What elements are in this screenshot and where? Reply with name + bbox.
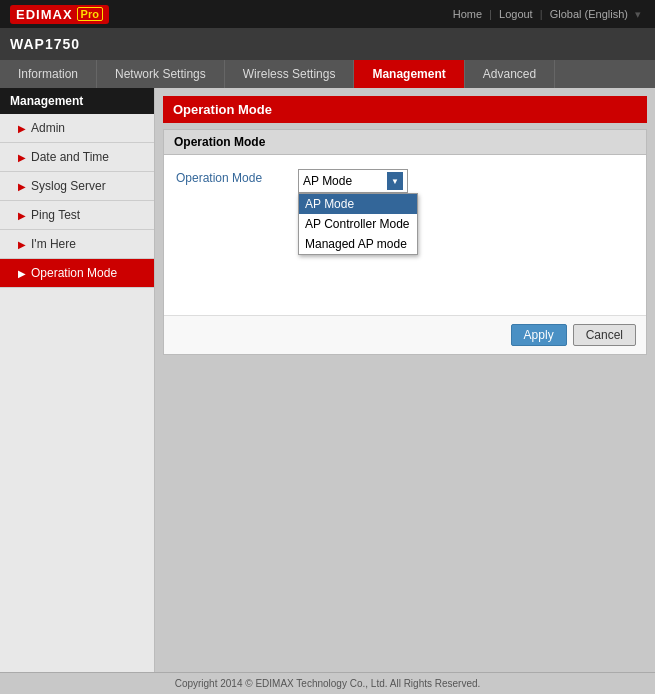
dropdown-option-controller[interactable]: AP Controller Mode [299, 214, 417, 234]
arrow-icon: ▶ [18, 181, 26, 192]
sep2: | [540, 8, 543, 20]
arrow-icon: ▶ [18, 210, 26, 221]
sidebar-item-ping[interactable]: ▶ Ping Test [0, 201, 154, 230]
sep1: | [489, 8, 492, 20]
sidebar-item-imhere[interactable]: ▶ I'm Here [0, 230, 154, 259]
footer-text: Copyright 2014 © EDIMAX Technology Co., … [175, 678, 481, 689]
device-name: WAP1750 [10, 36, 80, 52]
chevron-down-icon: ▾ [635, 8, 641, 20]
sidebar-label-imhere: I'm Here [31, 237, 76, 251]
language-link[interactable]: Global (English) [550, 8, 628, 20]
home-link[interactable]: Home [453, 8, 482, 20]
dropdown-option-ap[interactable]: AP Mode [299, 194, 417, 214]
device-bar: WAP1750 [0, 28, 655, 60]
main-layout: Management ▶ Admin ▶ Date and Time ▶ Sys… [0, 88, 655, 672]
dropdown-option-managed[interactable]: Managed AP mode [299, 234, 417, 254]
arrow-icon: ▶ [18, 239, 26, 250]
logo-box: EDIMAX Pro [10, 5, 109, 24]
dropdown-arrow-icon[interactable]: ▼ [387, 172, 403, 190]
dropdown-value: AP Mode [303, 174, 387, 188]
logo-pro: Pro [77, 7, 103, 21]
dropdown-display[interactable]: AP Mode ▼ [298, 169, 408, 193]
tab-information[interactable]: Information [0, 60, 97, 88]
footer: Copyright 2014 © EDIMAX Technology Co., … [0, 672, 655, 694]
top-nav: Home | Logout | Global (English) ▾ [453, 8, 645, 21]
sidebar: Management ▶ Admin ▶ Date and Time ▶ Sys… [0, 88, 155, 672]
sidebar-item-syslog[interactable]: ▶ Syslog Server [0, 172, 154, 201]
dropdown-list: AP Mode AP Controller Mode Managed AP mo… [298, 193, 418, 255]
logo-edimax: EDIMAX [16, 7, 73, 22]
content-panel: Operation Mode Operation Mode AP Mode ▼ … [163, 129, 647, 355]
sidebar-label-datetime: Date and Time [31, 150, 109, 164]
sidebar-item-admin[interactable]: ▶ Admin [0, 114, 154, 143]
operation-mode-label: Operation Mode [176, 169, 286, 185]
tab-management[interactable]: Management [354, 60, 464, 88]
tab-wireless[interactable]: Wireless Settings [225, 60, 355, 88]
logo-area: EDIMAX Pro [10, 5, 109, 24]
nav-tabs: Information Network Settings Wireless Se… [0, 60, 655, 88]
top-bar: EDIMAX Pro Home | Logout | Global (Engli… [0, 0, 655, 28]
tab-advanced[interactable]: Advanced [465, 60, 555, 88]
sidebar-label-ping: Ping Test [31, 208, 80, 222]
form-row-opmode: Operation Mode AP Mode ▼ AP Mode AP Cont… [176, 169, 634, 193]
cancel-button[interactable]: Cancel [573, 324, 636, 346]
sidebar-label-opmode: Operation Mode [31, 266, 117, 280]
page-title: Operation Mode [163, 96, 647, 123]
sidebar-label-admin: Admin [31, 121, 65, 135]
arrow-icon: ▶ [18, 152, 26, 163]
content-area: Operation Mode Operation Mode Operation … [155, 88, 655, 672]
sidebar-label-syslog: Syslog Server [31, 179, 106, 193]
tab-network[interactable]: Network Settings [97, 60, 225, 88]
logout-link[interactable]: Logout [499, 8, 533, 20]
sidebar-item-opmode[interactable]: ▶ Operation Mode [0, 259, 154, 288]
action-row: Apply Cancel [164, 315, 646, 354]
panel-body: Operation Mode AP Mode ▼ AP Mode AP Cont… [164, 155, 646, 315]
apply-button[interactable]: Apply [511, 324, 567, 346]
panel-header: Operation Mode [164, 130, 646, 155]
sidebar-title: Management [0, 88, 154, 114]
arrow-icon: ▶ [18, 268, 26, 279]
sidebar-item-datetime[interactable]: ▶ Date and Time [0, 143, 154, 172]
arrow-icon: ▶ [18, 123, 26, 134]
operation-mode-dropdown[interactable]: AP Mode ▼ AP Mode AP Controller Mode Man… [298, 169, 408, 193]
